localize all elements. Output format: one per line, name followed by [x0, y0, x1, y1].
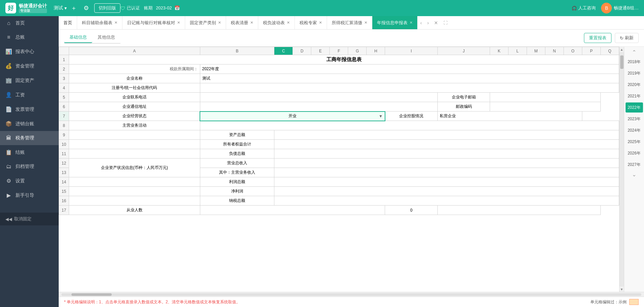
tab-tax-wave[interactable]: 税负波动表 ✕	[258, 16, 295, 29]
col-header-c[interactable]: C	[274, 47, 293, 55]
year-2021[interactable]: 2021年	[626, 91, 643, 101]
tab-prev-button[interactable]: ‹	[418, 16, 425, 29]
tab-annual-report[interactable]: 年报信息申报表 ✕	[372, 16, 418, 29]
calendar-icon[interactable]: 📅	[174, 5, 180, 10]
sheet-cell[interactable]: 邮政编码	[438, 102, 490, 112]
sheet-cell-dropdown[interactable]: 开业 ▼	[200, 112, 385, 121]
year-2025[interactable]: 2025年	[626, 137, 643, 147]
sheet-cell[interactable]	[69, 196, 200, 206]
sheet-cell[interactable]	[274, 177, 619, 187]
sheet-cell[interactable]	[438, 206, 601, 215]
horizontal-scrollbar[interactable]	[59, 292, 644, 297]
sheet-cell[interactable]: 工商年报信息表	[69, 55, 619, 64]
sheet-cell[interactable]	[200, 83, 619, 93]
sidebar-item-settle[interactable]: 📋 结账	[0, 145, 59, 160]
sheet-cell[interactable]: 企业名称	[69, 74, 200, 83]
h-scroll-track[interactable]	[61, 293, 641, 296]
sheet-cell[interactable]	[69, 177, 200, 187]
sidebar-item-inventory[interactable]: 📦 进销台账	[0, 117, 59, 131]
sheet-cell[interactable]: 税款所属期间：	[69, 64, 200, 74]
tab-home[interactable]: 首页	[59, 16, 77, 29]
add-button[interactable]: ＋	[69, 3, 78, 13]
sidebar-item-invoices[interactable]: 📄 发票管理	[0, 102, 59, 117]
tab-close-icon[interactable]: ✕	[319, 20, 322, 25]
sidebar-item-fixed-assets[interactable]: 🏢 固定资产	[0, 73, 59, 88]
sheet-cell[interactable]	[200, 93, 438, 102]
tab-expand-button[interactable]: ⛶	[441, 16, 450, 29]
cancel-fix-button[interactable]: ◀◀ 取消固定	[0, 213, 59, 225]
sheet-cell[interactable]: 所有者权益合计	[200, 140, 274, 149]
tab-basic-info[interactable]: 基础信息	[64, 32, 92, 43]
tab-close-icon[interactable]: ✕	[250, 20, 253, 25]
sidebar-item-wages[interactable]: 👤 工资	[0, 88, 59, 102]
tab-close-all-button[interactable]: ✕	[431, 16, 441, 29]
sheet-cell[interactable]: 营业总收入	[200, 159, 274, 168]
col-header-j[interactable]: J	[438, 47, 490, 55]
col-header-a[interactable]: A	[69, 47, 200, 55]
col-header-k[interactable]: K	[490, 47, 508, 55]
year-nav-up[interactable]: ⌃	[626, 48, 643, 56]
sheet-cell[interactable]: 测试	[200, 74, 619, 83]
sheet-cell[interactable]	[69, 187, 200, 196]
sheet-cell[interactable]	[69, 149, 200, 159]
year-nav-down[interactable]: ⌄	[626, 170, 643, 178]
sheet-cell[interactable]	[274, 140, 619, 149]
col-header-p[interactable]: P	[582, 47, 600, 55]
sheet-cell[interactable]	[274, 159, 619, 168]
col-header-b[interactable]: B	[200, 47, 274, 55]
tab-fixed-asset-cat[interactable]: 固定资产类别 ✕	[185, 16, 226, 29]
tab-other-info[interactable]: 其他信息	[92, 32, 120, 43]
sidebar-item-tax[interactable]: 🏛 税务管理	[0, 131, 59, 145]
col-header-l[interactable]: L	[508, 47, 527, 55]
year-2018[interactable]: 2018年	[626, 57, 643, 67]
col-header-e[interactable]: E	[311, 47, 330, 55]
sheet-cell[interactable]	[274, 187, 619, 196]
year-2026[interactable]: 2026年	[626, 148, 643, 158]
sheet-cell[interactable]: 企业资产状况信息(币种：人民币万元)	[69, 159, 200, 177]
vertical-scrollbar[interactable]: ▲ ▼	[619, 47, 624, 292]
sheet-cell[interactable]: 企业通信地址	[69, 102, 200, 112]
scroll-down-button[interactable]: ▼	[620, 287, 624, 292]
col-header-m[interactable]: M	[527, 47, 545, 55]
year-2020[interactable]: 2020年	[626, 80, 643, 90]
reset-report-button[interactable]: 重置报表	[584, 33, 611, 43]
h-scroll-thumb[interactable]	[71, 293, 112, 296]
sheet-cell[interactable]: 0	[385, 206, 438, 215]
col-header-h[interactable]: H	[367, 47, 385, 55]
sheet-cell[interactable]: 净利润	[200, 187, 274, 196]
col-header-d[interactable]: D	[293, 47, 311, 55]
tab-next-button[interactable]: ›	[425, 16, 432, 29]
year-2019[interactable]: 2019年	[626, 68, 643, 78]
sheet-cell[interactable]: 2022年度	[200, 64, 619, 74]
scroll-thumb[interactable]	[620, 55, 624, 69]
sidebar-item-funds[interactable]: 💰 资金管理	[0, 59, 59, 73]
sheet-cell[interactable]	[274, 168, 619, 177]
sheet-cell[interactable]: 私营企业	[438, 112, 582, 121]
company-selector[interactable]: 测试 ▾	[54, 5, 67, 11]
sheet-cell[interactable]: 其中：主营业务收入	[200, 168, 274, 177]
year-2027[interactable]: 2027年	[626, 160, 643, 170]
spreadsheet-main[interactable]: A B C D E F G H I J K L	[59, 47, 619, 292]
sheet-cell[interactable]: 资产总额	[200, 130, 274, 140]
sheet-cell[interactable]: 从业人数	[69, 206, 200, 215]
sheet-cell[interactable]: 企业电子邮箱	[438, 93, 490, 102]
year-2022[interactable]: 2022年	[626, 102, 643, 113]
refresh-button[interactable]: ↻ 刷新	[615, 33, 639, 43]
tab-aux[interactable]: 科目辅助余额表 ✕	[77, 16, 122, 29]
col-header-g[interactable]: G	[348, 47, 367, 55]
sheet-cell[interactable]	[274, 130, 619, 140]
service-button[interactable]: 🎧 人工咨询	[572, 5, 596, 11]
sidebar-item-settings[interactable]: ⚙ 设置	[0, 174, 59, 188]
sheet-cell[interactable]: 利润总额	[200, 177, 274, 187]
sheet-cell[interactable]	[200, 102, 438, 112]
sheet-cell[interactable]: 纳税总额	[200, 196, 274, 206]
tab-close-icon[interactable]: ✕	[410, 20, 413, 25]
tab-income-tax[interactable]: 所得税汇算清缴 ✕	[327, 16, 372, 29]
sheet-cell[interactable]	[274, 196, 619, 206]
tab-tax-forms[interactable]: 税表清册 ✕	[226, 16, 258, 29]
settings-button[interactable]: ⚙	[82, 3, 90, 13]
sheet-cell[interactable]: 负债总额	[200, 149, 274, 159]
switch-version-button[interactable]: 切到旧版	[94, 3, 120, 13]
tab-close-icon[interactable]: ✕	[177, 20, 180, 25]
tab-tax-expert[interactable]: 税检专家 ✕	[295, 16, 327, 29]
